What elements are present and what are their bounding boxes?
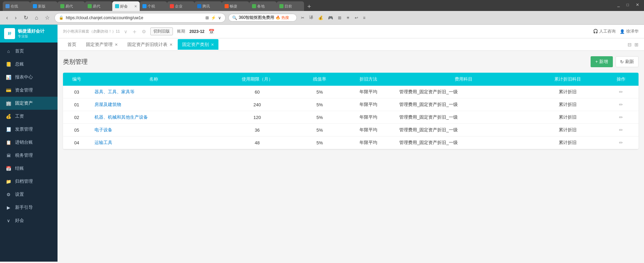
hot-search-badge: 🔥 热搜 <box>276 15 289 20</box>
back-button[interactable]: ‹ <box>4 14 10 22</box>
sidebar-item-ledger[interactable]: 📒 总账 <box>0 58 58 71</box>
browser-tab-muqian[interactable]: 目前 <box>277 1 304 11</box>
cell-expense: 管理费用_固定资产折旧_一级 <box>395 86 532 98</box>
tab-favicon <box>88 4 92 8</box>
search-icon: 🔍 <box>232 15 237 20</box>
sidebar-label-tax: 税务管理 <box>15 152 33 158</box>
edit-icon[interactable]: ✏ <box>619 140 623 145</box>
user-account[interactable]: 👤 徐泽华 <box>620 28 639 34</box>
refresh-icon: ↻ <box>620 59 624 64</box>
browser-tab-qiye[interactable]: 企业 <box>167 1 194 11</box>
browser-tab-yidai2[interactable]: 易代 <box>85 1 112 11</box>
dropdown-icon[interactable]: ∨ <box>124 29 127 34</box>
maximize-button[interactable]: □ <box>624 2 631 8</box>
reload-button[interactable]: ↻ <box>22 14 30 22</box>
sun-tool[interactable]: ☀ <box>345 15 351 21</box>
cell-name[interactable]: 器具、工具、家具等 <box>90 86 217 98</box>
cut-tool[interactable]: ✂ <box>300 15 306 21</box>
tab-window-controls: ⊟ ⊞ <box>628 42 639 47</box>
cell-name[interactable]: 房屋及建筑物 <box>90 98 217 111</box>
tab-minimize-icon[interactable]: ⊟ <box>628 42 632 47</box>
home-button[interactable]: ⌂ <box>33 14 40 22</box>
help-icon: ∨ <box>5 217 12 224</box>
tab-favicon <box>33 4 37 8</box>
undo-tool[interactable]: ↩ <box>353 15 359 21</box>
translate-tool[interactable]: 译 <box>308 14 315 21</box>
add-account-btn[interactable]: ＋ <box>131 27 138 36</box>
tab-depreciation-report[interactable]: 固定资产折旧统计表 ✕ <box>123 39 177 50</box>
edit-icon[interactable]: ✏ <box>619 115 623 120</box>
cell-action: ✏ <box>603 136 639 149</box>
browser-tab-zaixin[interactable]: 在线 <box>3 1 30 11</box>
sidebar-item-salary[interactable]: 💰 工资 <box>0 110 58 123</box>
tab-close-asset-mgmt[interactable]: ✕ <box>115 43 118 47</box>
tab-favicon <box>115 4 119 8</box>
menu-button[interactable]: ≡ <box>362 15 367 21</box>
tab-label: 新版 <box>38 4 55 9</box>
cell-name[interactable]: 运输工具 <box>90 136 217 149</box>
sidebar-item-close-period[interactable]: 📅 结账 <box>0 162 58 175</box>
sidebar-label-haohui: 好会 <box>15 217 24 224</box>
tab-close-asset-category[interactable]: ✕ <box>211 43 214 47</box>
edit-icon[interactable]: ✏ <box>619 89 623 95</box>
sidebar-item-archive[interactable]: 📁 归档管理 <box>0 175 58 188</box>
new-tab-button[interactable]: ＋ <box>304 1 314 11</box>
sidebar-item-invoice[interactable]: 🧾 发票管理 <box>0 123 58 136</box>
sidebar-item-settings[interactable]: ⚙ 设置 <box>0 188 58 201</box>
ssl-icon: 🔒 <box>59 15 64 20</box>
lightning-icon: ⚡ <box>211 15 216 20</box>
edit-icon[interactable]: ✏ <box>619 127 623 133</box>
browser-tab-xinban[interactable]: 新版 <box>30 1 58 11</box>
table-row: 02 机器、机械和其他生产设备 120 5% 年限平均 管理费用_固定资产折旧_… <box>63 111 639 124</box>
sidebar-item-haohui[interactable]: ∨ 好会 <box>0 214 58 227</box>
sidebar-item-tax[interactable]: 🏛 税务管理 <box>0 149 58 162</box>
cell-name[interactable]: 电子设备 <box>90 124 217 136</box>
tab-asset-category[interactable]: 固定资产类别 ✕ <box>178 39 218 50</box>
search-bar[interactable]: 🔍 360智能抠图免费用 🔥 热搜 <box>228 14 297 22</box>
main-content: 类别管理 + 新增 ↻ 刷新 编号 名称 使用期限（月） 残值率 <box>58 51 644 262</box>
period-label: 账期 <box>177 28 185 34</box>
minimize-button[interactable]: ⎯ <box>615 2 622 8</box>
browser-tab-haohui[interactable]: 好会 ✕ <box>112 1 140 11</box>
cell-accumulated: 累计折旧 <box>532 124 603 136</box>
browser-tab-changjie[interactable]: 畅捷 <box>222 1 249 11</box>
tab-close-depreciation-report[interactable]: ✕ <box>169 43 173 47</box>
add-category-button[interactable]: + 新增 <box>591 56 613 67</box>
sidebar-item-report[interactable]: 📊 报表中心 <box>0 71 58 84</box>
tab-home[interactable]: 首页 <box>63 39 81 50</box>
address-bar[interactable]: 🔒 https://cloud.chanjet.com/accounting/u… <box>54 13 226 23</box>
browser-tab-geshui[interactable]: 个税 <box>140 1 167 11</box>
sidebar-label-archive: 归档管理 <box>15 178 33 184</box>
close-period-icon: 📅 <box>5 165 12 171</box>
browser-controls: ⎯ □ ✕ <box>615 2 641 9</box>
browser-tab-close[interactable]: ✕ <box>134 4 137 8</box>
sidebar-item-asset[interactable]: 🏢 固定资产 <box>0 97 58 110</box>
sidebar-item-guide[interactable]: ▶ 新手引导 <box>0 201 58 214</box>
close-window-button[interactable]: ✕ <box>634 2 641 8</box>
refresh-button[interactable]: ↻ 刷新 <box>616 56 639 67</box>
sidebar-item-trade[interactable]: 📋 进销台账 <box>0 136 58 149</box>
sidebar-item-home[interactable]: ⌂ 首页 <box>0 45 58 58</box>
game-tool[interactable]: 🎮 <box>327 15 334 21</box>
settings-gear-icon[interactable]: ⚙ <box>142 29 146 34</box>
forward-button[interactable]: › <box>13 14 18 22</box>
app-container: 好 畅捷通好会计 专业版 ⌂ 首页 📒 总账 📊 报表中心 💳 资金管理 <box>0 25 644 262</box>
browser-tab-gedi[interactable]: 各地 <box>249 1 277 11</box>
invoice-icon: 🧾 <box>5 126 12 132</box>
sidebar-item-fund[interactable]: 💳 资金管理 <box>0 84 58 97</box>
browser-tab-yidai1[interactable]: 易代 <box>58 1 85 11</box>
salary-icon: 💰 <box>5 113 12 119</box>
grid-tool[interactable]: ⊞ <box>337 15 343 21</box>
tab-label-asset-mgmt: 固定资产管理 <box>86 41 113 48</box>
tab-expand-icon[interactable]: ⊞ <box>634 42 639 47</box>
bookmark-button[interactable]: ☆ <box>43 14 52 22</box>
cell-residual: 5% <box>298 98 342 111</box>
browser-tab-tengxun[interactable]: 腾讯 <box>194 1 222 11</box>
wallet-tool[interactable]: 💰 <box>317 15 325 21</box>
old-version-button[interactable]: 切到旧版 <box>150 27 173 35</box>
edit-icon[interactable]: ✏ <box>619 102 623 107</box>
service-button[interactable]: 🎧 人工咨询 <box>593 28 616 34</box>
cell-name[interactable]: 机器、机械和其他生产设备 <box>90 111 217 124</box>
tab-asset-mgmt[interactable]: 固定资产管理 ✕ <box>81 39 122 50</box>
calendar-icon[interactable]: 📅 <box>209 29 214 34</box>
